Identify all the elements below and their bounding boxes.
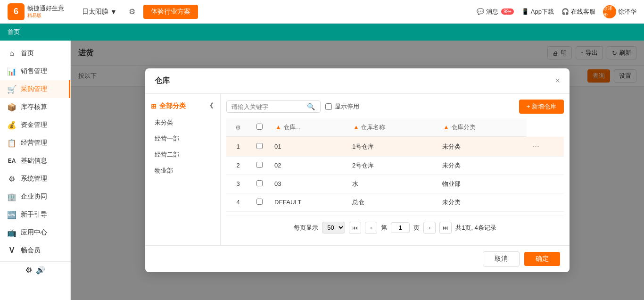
- row-more: [527, 175, 564, 193]
- row-num: 1: [226, 137, 250, 157]
- row-category: 未分类: [437, 137, 527, 157]
- modal-header: 仓库 ×: [145, 68, 570, 94]
- total-label: 共1页, 4条记录: [455, 224, 496, 232]
- store-selector[interactable]: 日太阳膜 ▼: [78, 6, 121, 18]
- page-number-input[interactable]: [391, 222, 410, 233]
- sidebar-item-label: 经营管理: [21, 139, 47, 147]
- sidebar-item-guide[interactable]: 🆕 新手引导: [0, 206, 70, 224]
- sidebar-item-system[interactable]: ⚙ 系统管理: [0, 170, 70, 188]
- breadcrumb-home[interactable]: 首页: [8, 28, 20, 36]
- modal-close-button[interactable]: ×: [555, 76, 560, 86]
- table-head: ⚙ ▲ 仓库...: [226, 118, 564, 137]
- row-checkbox[interactable]: [256, 162, 263, 168]
- row-checkbox[interactable]: [256, 143, 263, 149]
- sidebar-settings-icon[interactable]: ⚙: [25, 266, 32, 275]
- content-area: 进货 🖨 印 ↑ 导出 ↻ 刷新 按以下 查询 设置: [71, 41, 644, 300]
- chevron-down-icon: ▼: [110, 8, 117, 16]
- user-menu-button[interactable]: 徐泽华 徐泽华: [603, 5, 636, 18]
- vip-icon: V: [8, 246, 16, 255]
- page-size-select[interactable]: 50: [322, 222, 345, 233]
- first-page-button[interactable]: ⏮: [349, 222, 361, 234]
- search-icon: 🔍: [307, 103, 315, 110]
- modal-body: ⊞ 全部分类 《 未分类 经营一部 经营二部 物业部: [145, 94, 570, 245]
- confirm-button[interactable]: 确定: [524, 252, 560, 266]
- header-settings-button[interactable]: ⚙: [124, 4, 140, 19]
- sidebar-item-purchase[interactable]: 🛒 采购管理: [0, 80, 70, 98]
- try-industry-button[interactable]: 体验行业方案: [143, 5, 198, 19]
- category-item-dept2[interactable]: 经营二部: [145, 147, 220, 163]
- all-category-header[interactable]: ⊞ 全部分类 《: [145, 98, 220, 115]
- table-container: ⚙ ▲ 仓库...: [226, 118, 564, 212]
- message-button[interactable]: 💬 消息 99+: [477, 8, 514, 16]
- search-input[interactable]: [231, 103, 307, 110]
- sidebar-item-vip[interactable]: V 畅会员: [0, 242, 70, 259]
- page-label: 页: [413, 224, 420, 232]
- last-page-button[interactable]: ⏭: [439, 222, 452, 234]
- row-more: [527, 156, 564, 175]
- warehouse-table: ⚙ ▲ 仓库...: [226, 118, 564, 212]
- row-name: 1号仓库: [347, 137, 437, 157]
- sales-icon: 📊: [8, 67, 16, 75]
- row-checkbox[interactable]: [256, 199, 263, 205]
- row-checkbox-cell: [250, 193, 269, 211]
- more-icon[interactable]: ···: [532, 142, 539, 151]
- row-category: 未分类: [437, 193, 527, 211]
- enterprise-icon: 🏢: [8, 192, 16, 201]
- cancel-button[interactable]: 取消: [483, 251, 520, 267]
- row-category: 物业部: [437, 175, 527, 193]
- app-download-button[interactable]: 📱 App下载: [521, 8, 554, 16]
- sidebar-item-sales[interactable]: 📊 销售管理: [0, 62, 70, 80]
- row-category: 未分类: [437, 156, 527, 175]
- col-settings: ⚙: [226, 118, 250, 137]
- row-name: 2号仓库: [347, 156, 437, 175]
- basic-icon: EA: [8, 157, 16, 165]
- next-page-button[interactable]: ›: [423, 222, 436, 234]
- category-item-dept1[interactable]: 经营一部: [145, 131, 220, 147]
- sidebar-item-enterprise[interactable]: 🏢 企业协同: [0, 188, 70, 206]
- table-row[interactable]: 1 01 1号仓库 未分类 ···: [226, 137, 564, 157]
- sidebar-item-label: 资金管理: [21, 121, 47, 129]
- home-icon: ⌂: [8, 49, 16, 58]
- operation-icon: 📋: [8, 139, 16, 147]
- table-body: 1 01 1号仓库 未分类 ···: [226, 137, 564, 212]
- sidebar-item-basic[interactable]: EA 基础信息: [0, 152, 70, 170]
- col-check: [250, 118, 269, 137]
- row-name: 总仓: [347, 193, 437, 211]
- row-more: ···: [527, 137, 564, 157]
- category-item-property[interactable]: 物业部: [145, 163, 220, 179]
- row-checkbox[interactable]: [256, 180, 263, 186]
- category-item-unclassified[interactable]: 未分类: [145, 115, 220, 131]
- collapse-panel-button[interactable]: 《: [205, 101, 215, 111]
- row-num: 2: [226, 156, 250, 175]
- sidebar-item-home[interactable]: ⌂ 首页: [0, 44, 70, 62]
- table-row[interactable]: 4 DEFAULT 总仓 未分类: [226, 193, 564, 211]
- row-code: DEFAULT: [269, 193, 347, 211]
- sort-icon: ▲: [275, 124, 281, 131]
- search-box: 🔍: [226, 100, 321, 113]
- sidebar-item-label: 销售管理: [21, 67, 47, 75]
- sidebar-sound-icon[interactable]: 🔊: [36, 266, 45, 275]
- sidebar-item-inventory[interactable]: 📦 库存核算: [0, 98, 70, 116]
- table-row[interactable]: 2 02 2号仓库 未分类: [226, 156, 564, 175]
- sidebar-item-finance[interactable]: 💰 资金管理: [0, 116, 70, 134]
- inventory-icon: 📦: [8, 103, 16, 111]
- modal-footer: 取消 确定: [145, 245, 570, 272]
- sidebar-bottom: ⚙ 🔊: [0, 261, 70, 278]
- online-service-button[interactable]: 🎧 在线客服: [561, 8, 595, 16]
- table-row[interactable]: 3 03 水 物业部: [226, 175, 564, 193]
- sidebar-item-operation[interactable]: 📋 经营管理: [0, 134, 70, 152]
- sidebar-item-label: 基础信息: [21, 157, 47, 165]
- row-code: 01: [269, 137, 347, 157]
- modal-title: 仓库: [155, 76, 170, 86]
- header-right: 💬 消息 99+ 📱 App下载 🎧 在线客服 徐泽华 徐泽华: [477, 5, 636, 18]
- select-all-checkbox[interactable]: [256, 124, 263, 130]
- app-logo-icon: 6: [8, 3, 25, 20]
- show-disabled-checkbox[interactable]: [325, 103, 332, 110]
- sidebar-item-label: 应用中心: [21, 228, 47, 237]
- sidebar-item-apps[interactable]: 📺 应用中心: [0, 224, 70, 242]
- row-num: 3: [226, 175, 250, 193]
- sidebar-item-label: 库存核算: [21, 103, 47, 111]
- pagination: 每页显示 50 ⏮ ‹ 第 页 › ⏭ 共1页, 4条记录: [226, 216, 564, 240]
- prev-page-button[interactable]: ‹: [365, 222, 377, 234]
- add-warehouse-button[interactable]: + 新增仓库: [519, 100, 564, 114]
